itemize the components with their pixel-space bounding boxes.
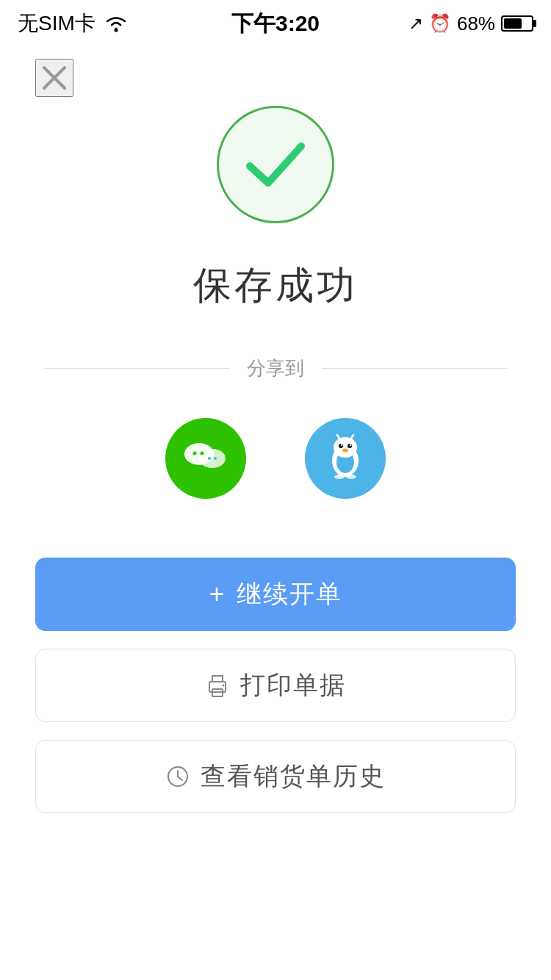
svg-point-15 [350,444,351,446]
svg-point-5 [193,452,197,455]
svg-point-14 [341,444,342,446]
main-content: 保存成功 分享到 [0,47,551,813]
svg-point-19 [334,475,345,479]
close-icon [38,62,71,94]
divider-line-left [44,368,229,369]
print-button[interactable]: 打印单据 [35,649,516,722]
wechat-share-button[interactable] [165,418,246,499]
status-carrier: 无SIM卡 [18,10,129,37]
divider-line-right [322,368,507,369]
svg-point-13 [347,444,352,448]
print-label: 打印单据 [240,669,346,702]
success-circle [217,106,334,223]
print-icon [205,673,230,698]
status-bar: 无SIM卡 下午3:20 ↗ ⏰ 68% [0,0,551,47]
alarm-icon: ⏰ [429,13,451,34]
battery-percent: 68% [457,12,495,35]
carrier-text: 无SIM卡 [18,10,96,37]
close-button[interactable] [35,59,73,97]
share-label: 分享到 [229,356,322,381]
wechat-logo-icon [181,439,230,478]
plus-icon: + [209,579,226,610]
history-button[interactable]: 查看销货单历史 [35,740,516,813]
svg-line-26 [178,777,182,780]
svg-point-20 [346,475,356,479]
svg-point-7 [208,457,211,460]
svg-point-12 [339,444,343,448]
checkmark-icon [242,135,309,194]
svg-point-6 [201,452,204,455]
history-label: 查看销货单历史 [201,760,386,793]
location-icon: ↗ [408,13,423,34]
continue-order-button[interactable]: + 继续开单 [35,558,516,631]
svg-point-16 [342,449,348,453]
svg-point-23 [223,685,225,687]
battery-fill [504,18,522,29]
status-time: 下午3:20 [231,9,320,39]
svg-point-8 [214,457,217,460]
status-right: ↗ ⏰ 68% [408,12,533,35]
share-icons-container [165,418,386,499]
success-title: 保存成功 [193,260,358,311]
battery-bar [501,15,533,32]
svg-point-11 [334,437,357,458]
history-icon [165,764,190,789]
wifi-icon [103,14,129,33]
continue-label: 继续开单 [237,577,342,611]
share-divider: 分享到 [0,356,551,381]
svg-line-17 [337,435,339,439]
qq-logo-icon [320,433,371,484]
svg-point-0 [114,29,118,32]
svg-line-18 [351,435,353,439]
qq-share-button[interactable] [305,418,386,499]
svg-point-4 [199,449,226,468]
action-buttons: + 继续开单 打印单据 查看销货单历史 [0,558,551,813]
